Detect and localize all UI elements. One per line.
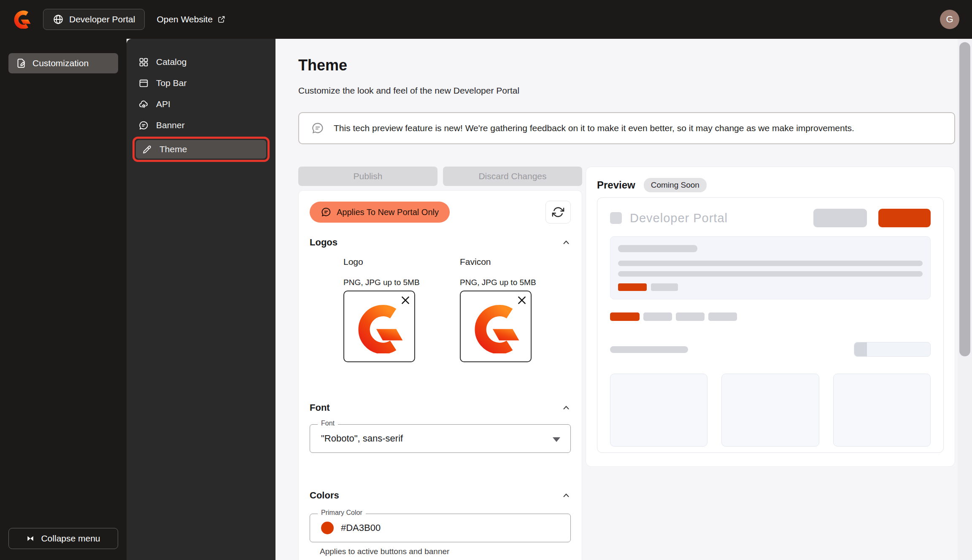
mock-hero-banner — [610, 236, 931, 299]
mock-api-card-placeholder — [721, 374, 819, 447]
submenu-item-banner[interactable]: Banner — [132, 115, 270, 136]
preview-column: Preview Coming Soon Developer Portal — [586, 167, 955, 467]
mock-hero-line-skeleton — [618, 271, 923, 277]
top-bar-window-icon — [138, 78, 149, 89]
mock-api-card-placeholder — [610, 374, 707, 447]
collapse-icon — [26, 535, 35, 542]
top-bar: Developer Portal Open Website G — [0, 0, 972, 39]
favicon-label: Favicon — [460, 257, 532, 267]
favicon-remove-button[interactable] — [515, 293, 529, 307]
logo-hint: PNG, JPG up to 5MB — [343, 278, 415, 287]
refresh-button[interactable] — [545, 201, 571, 223]
submenu-item-theme[interactable]: Theme — [136, 140, 266, 159]
mock-search-knob — [854, 342, 867, 356]
publish-button[interactable]: Publish — [298, 167, 437, 186]
customization-submenu: Catalog Top Bar API — [127, 39, 275, 560]
font-select[interactable]: Font "Roboto", sans-serif — [310, 424, 571, 453]
preview-title: Preview — [597, 179, 635, 191]
colors-section-title: Colors — [310, 490, 339, 501]
submenu-label-theme: Theme — [159, 144, 187, 154]
collapse-menu-label: Collapse menu — [41, 533, 100, 544]
primary-color-swatch[interactable] — [321, 522, 334, 534]
scrollbar-thumb[interactable] — [959, 42, 970, 356]
font-section-title: Font — [310, 402, 330, 413]
theme-form-card: Applies To New Portal Only — [298, 190, 582, 560]
logo-remove-button[interactable] — [398, 293, 413, 307]
mock-secondary-button-placeholder — [813, 209, 867, 227]
font-select-value: "Roboto", sans-serif — [321, 433, 403, 444]
page-title: Theme — [298, 57, 955, 74]
mock-hero-secondary-button — [651, 283, 678, 291]
gravitee-logo-icon — [13, 10, 31, 29]
page-subtitle: Customize the look and feel of the new D… — [298, 86, 955, 96]
portal-preview-mock: Developer Portal — [597, 197, 944, 453]
coming-soon-badge: Coming Soon — [644, 178, 707, 192]
theme-form-column: Publish Discard Changes Applies — [298, 167, 582, 560]
banner-message-icon — [138, 120, 149, 131]
favicon-hint: PNG, JPG up to 5MB — [460, 278, 532, 287]
developer-portal-label: Developer Portal — [69, 14, 135, 24]
logo-label: Logo — [343, 257, 415, 267]
dropdown-caret-icon — [553, 437, 560, 442]
primary-color-field[interactable]: Primary Color #DA3B00 — [310, 514, 571, 542]
font-field-label: Font — [318, 420, 338, 427]
logo-image — [354, 304, 404, 353]
mock-tab — [676, 312, 705, 321]
vertical-scrollbar — [958, 39, 972, 560]
open-website-link[interactable]: Open Website — [157, 14, 226, 24]
mock-logo-placeholder — [610, 212, 622, 224]
user-avatar[interactable]: G — [940, 10, 959, 29]
scope-badge-label: Applies To New Portal Only — [337, 207, 439, 217]
main-content: Theme Customize the look and feel of the… — [275, 39, 972, 560]
mock-hero-title-skeleton — [618, 245, 697, 252]
submenu-label-catalog: Catalog — [156, 57, 186, 67]
favicon-upload-box[interactable] — [460, 291, 532, 362]
catalog-grid-icon — [138, 57, 149, 67]
refresh-icon — [552, 206, 564, 218]
mock-api-card-placeholder — [833, 374, 931, 447]
mock-search-field-placeholder — [854, 342, 931, 357]
primary-sidebar: Customization Collapse menu — [0, 39, 127, 560]
mock-hero-primary-button — [618, 283, 647, 291]
submenu-item-top-bar[interactable]: Top Bar — [132, 73, 270, 94]
primary-color-value: #DA3B00 — [341, 522, 381, 533]
mock-tab — [708, 312, 737, 321]
logos-section-title: Logos — [310, 237, 338, 248]
avatar-initial: G — [946, 14, 953, 25]
primary-color-helper: Applies to active buttons and banner — [320, 547, 571, 556]
submenu-label-top-bar: Top Bar — [156, 78, 186, 88]
discard-changes-button[interactable]: Discard Changes — [443, 167, 582, 186]
mock-portal-title: Developer Portal — [630, 211, 728, 225]
globe-icon — [53, 14, 64, 25]
external-link-icon — [217, 15, 226, 24]
submenu-item-catalog[interactable]: Catalog — [132, 51, 270, 73]
mock-primary-button-placeholder — [878, 209, 931, 227]
preview-panel: Preview Coming Soon Developer Portal — [586, 167, 955, 467]
customization-icon — [15, 58, 26, 69]
colors-collapse-chevron-icon[interactable] — [562, 491, 571, 500]
font-collapse-chevron-icon[interactable] — [562, 403, 571, 412]
scope-badge-message-icon — [321, 207, 332, 218]
mock-hero-line-skeleton — [618, 261, 923, 266]
logos-collapse-chevron-icon[interactable] — [562, 238, 571, 247]
favicon-image — [471, 304, 521, 353]
favicon-upload: Favicon PNG, JPG up to 5MB — [460, 257, 532, 362]
submenu-label-api: API — [156, 99, 170, 109]
theme-eyedropper-icon — [142, 144, 152, 155]
notice-text: This tech preview feature is new! We're … — [334, 123, 854, 133]
open-website-label: Open Website — [157, 14, 213, 24]
developer-portal-switcher[interactable]: Developer Portal — [43, 9, 145, 30]
mock-list-title-skeleton — [610, 346, 688, 353]
message-bubble-icon — [311, 121, 324, 135]
collapse-menu-button[interactable]: Collapse menu — [8, 528, 118, 549]
mock-tab — [643, 312, 672, 321]
theme-highlight-ring: Theme — [132, 137, 270, 162]
sidebar-item-customization[interactable]: Customization — [8, 53, 118, 73]
mock-tab-active — [610, 312, 640, 321]
sidebar-item-label: Customization — [32, 58, 89, 68]
tech-preview-notice: This tech preview feature is new! We're … — [298, 112, 955, 144]
logo-upload-box[interactable] — [343, 291, 415, 362]
submenu-label-banner: Banner — [156, 120, 185, 130]
submenu-item-api[interactable]: API — [132, 94, 270, 115]
api-cloud-icon — [138, 99, 149, 110]
